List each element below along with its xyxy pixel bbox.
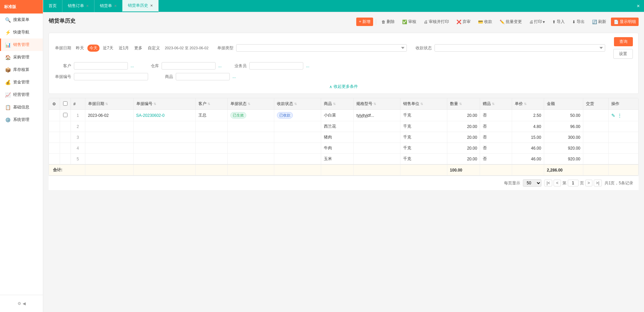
base-info-icon: 📋 — [5, 105, 10, 110]
row-checkbox[interactable] — [63, 113, 67, 117]
customer-input[interactable] — [74, 62, 128, 70]
sidebar-item-inventory[interactable]: 📦 库存核算 — [0, 63, 43, 76]
sort-icon: ⇅ — [153, 102, 156, 106]
tab-sales-order[interactable]: 销售订单 ✕ — [62, 0, 94, 12]
tab-close-icon[interactable]: ✕ — [86, 4, 89, 8]
page-next-btn[interactable]: > — [585, 180, 592, 186]
payment-status-select[interactable] — [435, 44, 605, 52]
collect-button[interactable]: 💳 收款 — [475, 18, 495, 26]
table-row: 4 牛肉 千克 20.00 否 46.00 920.00 — [49, 143, 638, 154]
date-7days-btn[interactable]: 近7天 — [101, 45, 115, 52]
tab-home[interactable]: 首页 — [43, 0, 62, 12]
doc-status-badge: 已生效 — [230, 112, 246, 119]
import-button[interactable]: ⬆ 导入 — [550, 18, 567, 26]
date-quick-buttons: 昨天 今天 近7天 近1月 更多 自定义 — [74, 45, 162, 52]
print-button[interactable]: 🖨 打印 ▾ — [527, 18, 548, 26]
date-1month-btn[interactable]: 近1月 — [117, 45, 131, 52]
sidebar-item-label: 基础信息 — [13, 104, 29, 110]
sidebar-settings-btn[interactable]: ⚙ ◀ — [0, 298, 43, 309]
goods-ellipsis[interactable]: ... — [232, 74, 236, 79]
gear-column-header[interactable]: ⚙ — [49, 98, 60, 110]
col-spec-type[interactable]: 规格型号⇅ — [354, 98, 400, 110]
col-doc-number[interactable]: 单据编号⇅ — [133, 98, 195, 110]
date-today-btn[interactable]: 今天 — [87, 45, 100, 52]
date-more-btn[interactable]: 更多 — [132, 45, 144, 52]
customer-label: 客户 — [54, 63, 71, 69]
summary-amount: 2,286.00 — [544, 164, 583, 175]
col-quantity[interactable]: 数量⇅ — [447, 98, 480, 110]
toolbar: + 新增 🗑 删除 ✅ 审核 🖨 审核并打印 ❌ 弃审 — [356, 18, 639, 26]
checkbox-column-header[interactable] — [60, 98, 71, 110]
collapse-button[interactable]: ∧ 收起更多条件 — [54, 84, 633, 89]
col-customer[interactable]: 客户⇅ — [195, 98, 227, 110]
customer-ellipsis[interactable]: ... — [131, 63, 134, 68]
col-doc-date[interactable]: 单据日期⇅ — [85, 98, 133, 110]
review-button[interactable]: ✅ 审核 — [399, 18, 419, 26]
page-num-input[interactable] — [568, 180, 579, 186]
operations-icon: 📈 — [5, 92, 10, 98]
gear-icon[interactable]: ⚙ — [52, 102, 56, 106]
doc-number-input[interactable] — [74, 73, 148, 80]
warehouse-label: 仓库 — [142, 63, 159, 69]
tab-close-icon[interactable]: ✕ — [114, 4, 117, 8]
sidebar-item-purchase-mgmt[interactable]: 🏠 采购管理 — [0, 51, 43, 63]
query-button[interactable]: 查询 — [614, 37, 633, 46]
warehouse-ellipsis[interactable]: ... — [218, 63, 222, 68]
delete-button[interactable]: 🗑 删除 — [379, 18, 397, 26]
salesperson-ellipsis[interactable]: ... — [306, 63, 309, 68]
filter-doc-number: 单据编号 — [54, 73, 148, 80]
select-all-checkbox[interactable] — [63, 101, 67, 106]
date-yesterday-btn[interactable]: 昨天 — [74, 45, 86, 52]
page-first-btn[interactable]: |< — [544, 180, 552, 186]
display-details-button[interactable]: 📄 显示明细 — [611, 18, 639, 26]
doc-number-link[interactable]: SA-20230602-0 — [136, 113, 165, 118]
chevron-down-icon: ▾ — [543, 20, 545, 24]
page-last-btn[interactable]: >| — [594, 180, 602, 186]
col-unit-price[interactable]: 单价⇅ — [512, 98, 544, 110]
print-review-button[interactable]: 🖨 审核并打印 — [421, 18, 452, 26]
search-icon: 🔍 — [5, 17, 10, 23]
edit-icon[interactable]: ✎ — [611, 113, 615, 118]
settings-icon: ⚙ — [18, 301, 21, 306]
sidebar-item-label: 系统管理 — [13, 117, 29, 123]
warehouse-input[interactable] — [162, 62, 216, 70]
set-button[interactable]: 设置 — [613, 49, 633, 59]
tab-close-icon[interactable]: ✕ — [150, 4, 153, 7]
export-button[interactable]: ⬇ 导出 — [569, 18, 587, 26]
table-row: 1 2023-06-02 SA-20230602-0 王总 已生效 已收款 小白… — [49, 110, 638, 121]
col-gift[interactable]: 赠品⇅ — [480, 98, 512, 110]
col-sales-unit[interactable]: 销售单位⇅ — [400, 98, 447, 110]
tab-sales-invoice[interactable]: 销货单 ✕ — [94, 0, 122, 12]
sidebar-item-finance[interactable]: 💰 资金管理 — [0, 76, 43, 88]
col-goods[interactable]: 商品⇅ — [321, 98, 354, 110]
col-payment-status[interactable]: 收款状态⇅ — [274, 98, 321, 110]
sidebar-item-operations[interactable]: 📈 经营管理 — [0, 88, 43, 101]
more-icon[interactable]: ⋮ — [617, 113, 622, 118]
date-custom-btn[interactable]: 自定义 — [146, 45, 162, 52]
filter-customer: 客户 ... — [54, 62, 134, 70]
sidebar-item-quick-nav[interactable]: ⚡ 快捷导航 — [0, 26, 43, 38]
display-icon: 📄 — [614, 20, 619, 24]
main-area: 首页 销售订单 ✕ 销货单 ✕ 销货单历史 ✕ ✕ 销货单历史 + 新增 🗑 删 — [43, 0, 644, 312]
batch-change-button[interactable]: ✏️ 批量变更 — [497, 18, 525, 26]
page-prev-btn[interactable]: < — [554, 180, 561, 186]
col-doc-status[interactable]: 单据状态⇅ — [227, 98, 274, 110]
sidebar-item-system[interactable]: ⚙️ 系统管理 — [0, 113, 43, 126]
page-size-select[interactable]: 50 100 200 — [523, 179, 541, 187]
summary-quantity: 100.00 — [447, 164, 480, 175]
sidebar-item-base-info[interactable]: 📋 基础信息 — [0, 101, 43, 113]
new-button[interactable]: + 新增 — [356, 18, 373, 26]
refresh-button[interactable]: 🔄 刷新 — [589, 18, 609, 26]
tab-sales-history[interactable]: 销货单历史 ✕ — [122, 0, 159, 12]
sidebar-search[interactable]: 🔍 搜索菜单 — [0, 14, 43, 26]
page-of-label: 第 — [562, 180, 566, 186]
sort-icon: ⇅ — [524, 102, 527, 106]
sort-icon: ⇅ — [492, 102, 495, 106]
abandon-button[interactable]: ❌ 弃审 — [454, 18, 473, 26]
sidebar-item-sales-mgmt[interactable]: 📊 销售管理 — [0, 38, 43, 51]
doc-type-select[interactable] — [236, 44, 407, 52]
goods-input[interactable] — [176, 73, 230, 80]
salesperson-input[interactable] — [249, 62, 303, 70]
sidebar-item-label: 快捷导航 — [13, 29, 29, 35]
tab-close-all[interactable]: ✕ — [633, 4, 644, 8]
